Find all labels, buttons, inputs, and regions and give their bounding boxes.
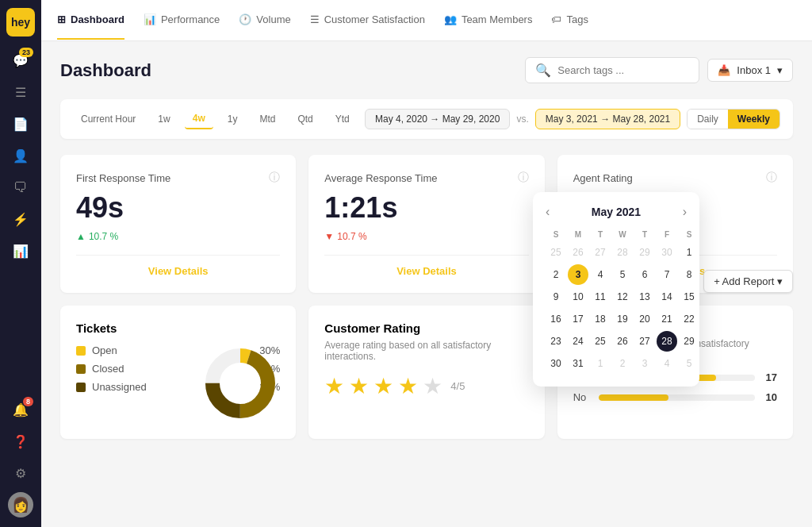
cal-day[interactable]: 7 <box>657 264 677 285</box>
sidebar-item-contacts[interactable]: 👤 <box>6 141 35 170</box>
cal-day[interactable]: 10 <box>568 287 588 307</box>
cal-day[interactable]: 15 <box>679 287 699 307</box>
info-icon-ar[interactable]: ⓘ <box>766 171 777 185</box>
sidebar-item-help[interactable]: ❓ <box>6 427 35 456</box>
nav-team-members[interactable]: 👥 Team Members <box>444 1 533 40</box>
calendar-overlay: ‹ May 2021 › S M T W T F S 25 26 27 28 2… <box>533 192 699 387</box>
cal-day[interactable]: 31 <box>568 353 588 374</box>
nav-dashboard[interactable]: ⊞ Dashboard <box>57 1 124 40</box>
cal-day[interactable]: 3 <box>634 353 655 374</box>
view-details-art[interactable]: View Details <box>324 255 528 277</box>
cal-dow-t1: T <box>590 229 611 240</box>
nav-tags[interactable]: 🏷 Tags <box>551 1 588 40</box>
cal-day[interactable]: 22 <box>679 309 699 329</box>
cal-day[interactable]: 24 <box>568 331 588 352</box>
filter-qtd[interactable]: Qtd <box>289 110 320 129</box>
open-color-dot <box>76 346 86 356</box>
cal-day[interactable]: 27 <box>590 242 611 263</box>
filter-1w[interactable]: 1w <box>150 110 178 129</box>
filter-current-hour[interactable]: Current Hour <box>73 110 144 129</box>
cal-day[interactable]: 6 <box>634 264 655 285</box>
cal-day[interactable]: 29 <box>679 331 699 352</box>
cal-day-today[interactable]: 3 <box>568 264 588 285</box>
cal-day[interactable]: 26 <box>612 331 633 352</box>
filter-4w[interactable]: 4w <box>185 109 213 129</box>
cal-day[interactable]: 4 <box>657 353 677 374</box>
info-icon-frt[interactable]: ⓘ <box>269 171 280 185</box>
calendar-header: ‹ May 2021 › <box>546 205 687 219</box>
avatar: 👩 <box>8 492 33 517</box>
sidebar-item-bell[interactable]: 🔔 8 <box>6 395 35 424</box>
cal-day[interactable]: 29 <box>634 242 655 263</box>
sat-no-label: No <box>573 391 592 403</box>
cal-day[interactable]: 4 <box>590 264 611 285</box>
sidebar-item-support[interactable]: 🗨 <box>6 173 35 202</box>
date-to[interactable]: May 3, 2021 → May 28, 2021 <box>535 109 680 129</box>
cal-day[interactable]: 30 <box>657 242 677 263</box>
down-arrow-icon: ▼ <box>324 231 334 242</box>
sidebar-item-chat[interactable]: 💬 23 <box>6 46 35 75</box>
header-actions: 🔍 📥 Inbox 1 ▾ <box>525 57 793 83</box>
add-report-button[interactable]: + Add Report ▾ <box>703 270 793 293</box>
nav-performance[interactable]: 📊 Performance <box>144 1 220 40</box>
cal-day[interactable]: 19 <box>612 309 633 329</box>
cal-day[interactable]: 11 <box>590 287 611 307</box>
app-logo: hey <box>6 8 35 37</box>
dashboard-nav-icon: ⊞ <box>57 13 66 25</box>
sat-no-bar-bg <box>599 394 755 401</box>
cal-dow-f: F <box>657 229 677 240</box>
cal-day[interactable]: 13 <box>634 287 655 307</box>
cal-day[interactable]: 5 <box>679 353 699 374</box>
search-tags-input[interactable] <box>557 64 689 76</box>
tags-nav-icon: 🏷 <box>551 13 561 25</box>
filter-mtd[interactable]: Mtd <box>251 110 283 129</box>
cal-day[interactable]: 30 <box>546 353 566 374</box>
cal-day[interactable]: 17 <box>568 309 588 329</box>
toggle-daily[interactable]: Daily <box>688 110 728 129</box>
toggle-weekly[interactable]: Weekly <box>728 110 779 129</box>
nav-customer-satisfaction[interactable]: ☰ Customer Satisfaction <box>310 1 425 40</box>
cal-day[interactable]: 16 <box>546 309 566 329</box>
cal-day[interactable]: 2 <box>612 353 633 374</box>
sidebar-item-avatar[interactable]: 👩 <box>6 490 35 519</box>
cal-day[interactable]: 27 <box>634 331 655 352</box>
cal-day[interactable]: 18 <box>590 309 611 329</box>
view-details-frt[interactable]: View Details <box>76 255 280 277</box>
cal-day[interactable]: 8 <box>679 264 699 285</box>
filter-1y[interactable]: 1y <box>220 110 246 129</box>
cal-day[interactable]: 25 <box>546 242 566 263</box>
cal-day[interactable]: 14 <box>657 287 677 307</box>
cal-day[interactable]: 20 <box>634 309 655 329</box>
cal-day[interactable]: 5 <box>612 264 633 285</box>
card-tickets: Tickets Open 30% Closed 45% Unassigne <box>60 306 296 439</box>
calendar-prev-button[interactable]: ‹ <box>546 205 550 219</box>
calendar-next-button[interactable]: › <box>683 205 687 219</box>
cal-day[interactable]: 21 <box>657 309 677 329</box>
sidebar-item-dashboard[interactable]: 📊 <box>6 237 35 265</box>
inbox-selector[interactable]: 📥 Inbox 1 ▾ <box>707 59 793 82</box>
sidebar-item-files[interactable]: 📄 <box>6 110 35 138</box>
cal-day[interactable]: 26 <box>568 242 588 263</box>
volume-nav-icon: 🕐 <box>239 13 251 25</box>
sidebar-item-lightning[interactable]: ⚡ <box>6 205 35 233</box>
cal-day-selected[interactable]: 28 <box>657 331 677 352</box>
cal-dow-m: M <box>568 229 588 240</box>
cal-day[interactable]: 9 <box>546 287 566 307</box>
closed-color-dot <box>76 364 86 374</box>
sidebar-item-settings[interactable]: ⚙ <box>6 459 35 487</box>
cal-day[interactable]: 12 <box>612 287 633 307</box>
cal-day[interactable]: 2 <box>546 264 566 285</box>
info-icon-art[interactable]: ⓘ <box>518 171 529 185</box>
cal-day[interactable]: 23 <box>546 331 566 352</box>
day-toggle: Daily Weekly <box>687 109 780 129</box>
search-tags-container[interactable]: 🔍 <box>525 57 699 83</box>
cal-day[interactable]: 1 <box>679 242 699 263</box>
filter-ytd[interactable]: Ytd <box>327 110 358 129</box>
page-body: Dashboard 🔍 📥 Inbox 1 ▾ Current Hour 1w … <box>41 41 812 527</box>
nav-volume[interactable]: 🕐 Volume <box>239 1 290 40</box>
sidebar-item-menu[interactable]: ☰ <box>6 78 35 106</box>
cal-day[interactable]: 25 <box>590 331 611 352</box>
cal-day[interactable]: 1 <box>590 353 611 374</box>
date-from[interactable]: May 4, 2020 → May 29, 2020 <box>365 109 510 129</box>
cal-day[interactable]: 28 <box>612 242 633 263</box>
